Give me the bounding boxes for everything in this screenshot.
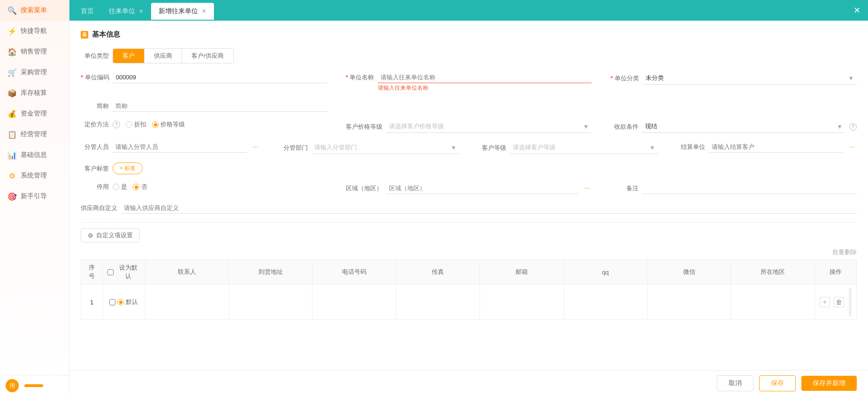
code-name-cat-row: 单位编码 单位名称 请输入往来单位名称 单位分类 未分类 ▼ xyxy=(81,72,857,92)
level-radio[interactable] xyxy=(152,121,159,128)
delete-row-button[interactable]: 🗑 xyxy=(834,297,844,307)
manager-input[interactable] xyxy=(113,141,247,153)
type-btn-both[interactable]: 客户/供应商 xyxy=(182,49,233,63)
unit-code-label: 单位编码 xyxy=(81,73,109,82)
unit-type-row: 单位类型 客户 供应商 客户/供应商 xyxy=(81,48,857,63)
remark-input[interactable] xyxy=(642,183,857,194)
disabled-no-option[interactable]: 否 xyxy=(133,183,147,191)
unit-name-input[interactable] xyxy=(378,72,592,83)
system-icon: ⚙ xyxy=(8,171,17,180)
chevron-down-icon: ▼ xyxy=(649,144,655,151)
disabled-yes-option[interactable]: 是 xyxy=(113,183,127,191)
settlement-label: 结算单位 xyxy=(677,143,705,151)
type-btn-supplier[interactable]: 供应商 xyxy=(145,49,182,63)
tag-row: 客户标签 + 标签 xyxy=(81,163,857,174)
col-phone: 电话号码 xyxy=(312,260,396,285)
region-input[interactable] xyxy=(386,183,578,194)
payment-help-icon[interactable]: ? xyxy=(849,123,857,131)
manager-more-btn[interactable]: ··· xyxy=(251,143,260,151)
disabled-no-radio[interactable] xyxy=(133,184,139,190)
sidebar-bottom: 用 xyxy=(0,375,69,396)
cell-address xyxy=(228,285,312,320)
type-btn-customer[interactable]: 客户 xyxy=(113,49,145,63)
custom-settings-button[interactable]: ⚙ 自定义项设置 xyxy=(81,228,140,242)
pricing-level-option[interactable]: 价格等级 xyxy=(152,120,185,129)
default-radio-item[interactable]: 默认 xyxy=(117,298,138,306)
remark-field: 备注 xyxy=(610,183,857,194)
save-new-button[interactable]: 保存并新增 xyxy=(801,376,857,391)
unit-type-label: 单位类型 xyxy=(81,52,109,60)
region-more-btn[interactable]: ··· xyxy=(582,184,592,193)
fax-input[interactable] xyxy=(401,299,475,306)
manager-field: 分管人员 ··· xyxy=(81,141,261,153)
discount-radio[interactable] xyxy=(126,121,132,128)
unit-code-input[interactable] xyxy=(113,72,327,83)
qq-input[interactable] xyxy=(569,299,643,306)
sidebar-item-basic[interactable]: 📊 基础信息 xyxy=(0,145,69,165)
settlement-input[interactable] xyxy=(709,141,843,153)
tab-partner[interactable]: 往来单位 ✕ xyxy=(101,3,151,20)
tab-home[interactable]: 首页 xyxy=(73,3,101,20)
unit-category-select[interactable]: 未分类 ▼ xyxy=(643,72,857,85)
pricing-help-icon[interactable]: ? xyxy=(113,121,120,128)
disabled-yes-radio[interactable] xyxy=(113,184,119,190)
add-row-button[interactable]: ＋ xyxy=(820,297,830,307)
sidebar-item-sales[interactable]: 🏠 销售管理 xyxy=(0,41,69,62)
table-header-row: 序号 设为默认 联系人 到货地址 电话号码 传真 邮箱 xyxy=(81,260,857,285)
batch-delete-button[interactable]: 批量删除 xyxy=(81,248,857,256)
email-input[interactable] xyxy=(485,299,558,306)
short-name-input[interactable] xyxy=(113,101,327,112)
unit-name-field-wrap: 单位名称 请输入往来单位名称 xyxy=(346,72,592,92)
default-radio[interactable] xyxy=(117,299,124,305)
row-region-input[interactable] xyxy=(736,299,809,306)
purchase-icon: 🛒 xyxy=(8,68,17,77)
sidebar-item-newbie[interactable]: 🎯 新手引导 xyxy=(0,186,69,207)
window-close-button[interactable]: ✕ xyxy=(850,5,864,16)
stock-icon: 📦 xyxy=(8,88,17,98)
customer-level-field: 客户等级 请选择客户等级 ▼ xyxy=(478,141,658,154)
payment-condition-select[interactable]: 现结 ▼ xyxy=(642,120,845,133)
section-basic-info: 基 基本信息 xyxy=(81,30,857,39)
department-select[interactable]: 请输入分管部门 ▼ xyxy=(312,141,460,154)
sidebar-item-search[interactable]: 🔍 搜索菜单 xyxy=(0,0,69,21)
phone-input[interactable] xyxy=(317,299,391,306)
cell-qq xyxy=(563,285,647,320)
save-button[interactable]: 保存 xyxy=(759,375,796,391)
tab-partner-close[interactable]: ✕ xyxy=(139,8,144,15)
select-all-checkbox[interactable] xyxy=(107,269,114,275)
contact-table: 序号 设为默认 联系人 到货地址 电话号码 传真 邮箱 xyxy=(81,259,857,320)
row-checkbox[interactable] xyxy=(109,299,115,305)
tab-new-partner-close[interactable]: ✕ xyxy=(202,8,206,15)
sidebar-item-finance[interactable]: 💰 资金管理 xyxy=(0,103,69,124)
cell-no: 1 xyxy=(81,285,103,320)
add-tag-button[interactable]: + 标签 xyxy=(113,163,143,174)
disabled-radio-group: 是 否 xyxy=(113,183,147,191)
sidebar-item-operation[interactable]: 📋 经营管理 xyxy=(0,124,69,145)
section-icon: 基 xyxy=(81,31,88,39)
tab-new-partner[interactable]: 新增往来单位 ✕ xyxy=(151,3,214,20)
sidebar-item-stock[interactable]: 📦 库存核算 xyxy=(0,83,69,103)
action-buttons: ＋ 🗑 xyxy=(820,288,852,316)
sidebar-item-purchase[interactable]: 🛒 采购管理 xyxy=(0,62,69,83)
sidebar-item-system[interactable]: ⚙ 系统管理 xyxy=(0,165,69,186)
price-level-select[interactable]: 请选择客户价格等级 ▼ xyxy=(386,120,592,133)
department-field: 分管部门 请输入分管部门 ▼ xyxy=(280,141,460,154)
pricing-radio-group: 折扣 价格等级 xyxy=(126,120,185,129)
customer-level-select[interactable]: 请选择客户等级 ▼ xyxy=(510,141,658,154)
contact-input[interactable] xyxy=(150,299,224,306)
cancel-button[interactable]: 取消 xyxy=(717,375,754,391)
pricing-discount-option[interactable]: 折扣 xyxy=(126,120,146,129)
address-input[interactable] xyxy=(234,299,307,306)
price-level-label: 客户价格等级 xyxy=(346,123,382,131)
operation-icon: 📋 xyxy=(8,130,17,139)
cell-action: ＋ 🗑 xyxy=(815,285,856,320)
sidebar-item-quicknav[interactable]: ⚡ 快捷导航 xyxy=(0,21,69,41)
scrollbar[interactable] xyxy=(849,288,852,316)
short-name-row: 简称 xyxy=(81,101,857,112)
col-fax: 传真 xyxy=(396,260,480,285)
wechat-input[interactable] xyxy=(652,299,726,306)
settlement-more-btn[interactable]: ··· xyxy=(847,143,857,151)
supplier-custom-input[interactable] xyxy=(121,202,857,214)
remark-label: 备注 xyxy=(610,184,639,193)
sidebar: 🔍 搜索菜单 ⚡ 快捷导航 🏠 销售管理 🛒 采购管理 📦 库存核算 💰 资金管… xyxy=(0,0,69,396)
